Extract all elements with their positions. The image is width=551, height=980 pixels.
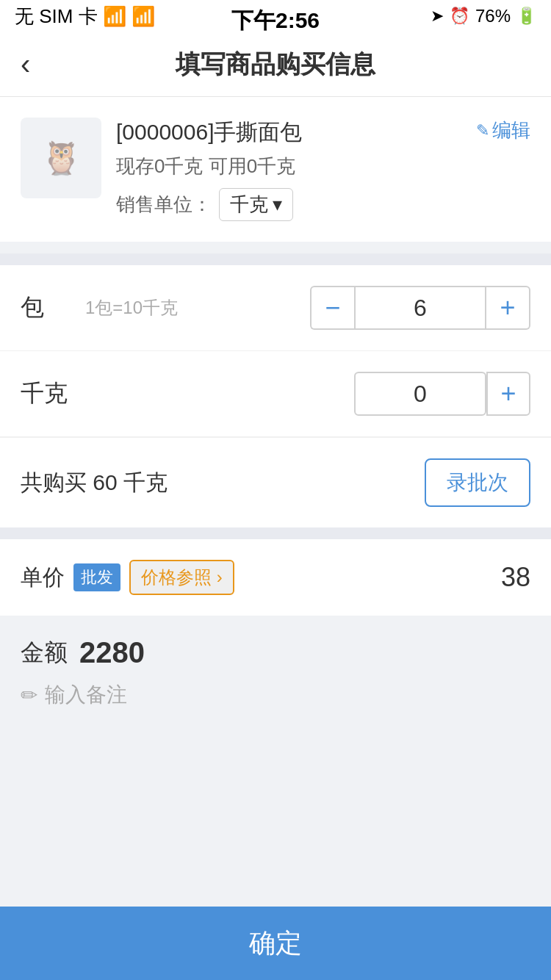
quantity-section: 包 1包=10千克 − + 千克 + 共购买 60 千克 录批次 [0,265,551,527]
unit-value: 千克 [230,192,268,217]
bag-hint: 1包=10千克 [85,296,310,320]
unit-label: 销售单位： [116,192,212,217]
note-row[interactable]: ✏ 输入备注 [21,681,530,709]
price-value: 38 [501,562,530,593]
product-unit-row: 销售单位： 千克 ▾ [116,188,530,221]
pencil-icon: ✏ [21,683,37,707]
product-image: 🦉 [21,118,101,198]
edit-button[interactable]: ✎ 编辑 [476,118,530,143]
amount-label: 金额 [21,637,68,669]
location-icon: ➤ [431,7,444,26]
edit-icon: ✎ [476,121,489,140]
product-section: 🦉 [0000006]手撕面包 ✎ 编辑 现存0千克 可用0千克 销售单位： 千… [0,97,551,242]
kg-quantity-controls: + [354,372,530,416]
amount-row: 金额 2280 [21,636,530,669]
total-row: 共购买 60 千克 录批次 [0,437,551,527]
price-badge: 批发 [73,563,120,591]
total-label: 共购买 60 千克 [21,468,168,498]
bag-quantity-row: 包 1包=10千克 − + [0,265,551,351]
kg-plus-button[interactable]: + [486,372,530,416]
kg-label: 千克 [21,378,79,410]
status-right: ➤ ⏰ 76% 🔋 [431,6,536,26]
battery-icon: 🔋 [516,7,536,26]
page-title: 填写商品购买信息 [176,48,375,82]
price-label: 单价 [21,563,65,593]
section-divider-2 [0,527,551,539]
bag-minus-button[interactable]: − [310,286,354,330]
kg-quantity-input[interactable] [354,372,486,416]
price-section: 单价 批发 价格参照 › 38 [0,539,551,616]
dropdown-arrow-icon: ▾ [273,193,282,216]
confirm-button[interactable]: 确定 [0,907,551,980]
product-thumbnail: 🦉 [41,139,82,177]
product-info: [0000006]手撕面包 ✎ 编辑 现存0千克 可用0千克 销售单位： 千克 … [116,118,530,221]
unit-dropdown[interactable]: 千克 ▾ [219,188,293,221]
product-stock: 现存0千克 可用0千克 [116,154,530,179]
nav-bar: ‹ 填写商品购买信息 [0,32,551,97]
record-batch-button[interactable]: 录批次 [425,458,530,507]
price-label-row: 单价 批发 价格参照 › [21,560,234,595]
bag-quantity-controls: − + [310,286,530,330]
amount-value: 2280 [79,636,145,669]
status-bar: 无 SIM 卡 📶 📶 下午2:56 ➤ ⏰ 76% 🔋 [0,0,551,32]
time: 下午2:56 [231,6,320,36]
product-name: [0000006]手撕面包 [116,118,302,146]
edit-label: 编辑 [492,118,530,143]
price-reference-button[interactable]: 价格参照 › [129,560,234,595]
alarm-icon: ⏰ [450,7,469,26]
battery: 76% [475,6,511,26]
carrier-wifi: 无 SIM 卡 📶 📶 [15,4,155,29]
amount-section: 金额 2280 ✏ 输入备注 [0,616,551,729]
note-placeholder: 输入备注 [45,681,127,709]
back-button[interactable]: ‹ [21,48,30,81]
kg-quantity-row: 千克 + [0,351,551,437]
product-name-row: [0000006]手撕面包 ✎ 编辑 [116,118,530,146]
bag-label: 包 [21,292,79,324]
section-divider-1 [0,253,551,265]
bag-quantity-input[interactable] [354,286,486,330]
bag-plus-button[interactable]: + [486,286,530,330]
